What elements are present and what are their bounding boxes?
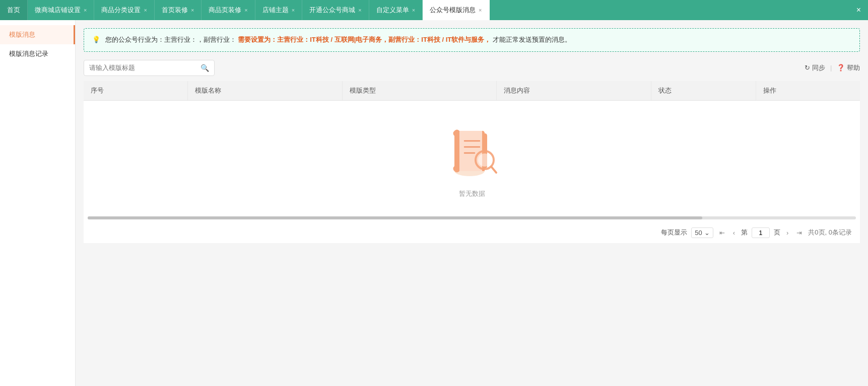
nav-tab-close-1[interactable]: × xyxy=(84,7,87,13)
nav-tab-5[interactable]: 店铺主题× xyxy=(255,0,302,20)
sidebar: 模版消息模版消息记录 xyxy=(0,20,76,386)
search-bar: 🔍 ↻ 同步 | ❓ 帮助 xyxy=(84,60,860,76)
empty-text: 暂无数据 xyxy=(459,189,485,198)
col-header-0: 序号 xyxy=(84,81,187,101)
close-all-button[interactable]: × xyxy=(849,6,868,15)
top-nav: 首页微商城店铺设置×商品分类设置×首页装修×商品页装修×店铺主题×开通公众号商城… xyxy=(0,0,868,20)
chevron-down-icon: ⌄ xyxy=(704,229,710,237)
next-page-button[interactable]: › xyxy=(784,228,790,238)
notice-highlight: 需要设置为：主营行业：IT科技 / 互联网|电子商务，副营行业：IT科技 / I… xyxy=(238,36,491,43)
prev-page-button[interactable]: ‹ xyxy=(731,228,737,238)
nav-tab-1[interactable]: 微商城店铺设置× xyxy=(28,0,94,20)
nav-tab-close-2[interactable]: × xyxy=(144,7,147,13)
content-area: 💡 您的公众号行业为：主营行业：，副营行业： 需要设置为：主营行业：IT科技 /… xyxy=(76,20,868,386)
notice-box: 💡 您的公众号行业为：主营行业：，副营行业： 需要设置为：主营行业：IT科技 /… xyxy=(84,28,860,52)
toolbar-divider: | xyxy=(830,64,832,71)
col-header-3: 消息内容 xyxy=(497,81,651,101)
nav-tab-close-7[interactable]: × xyxy=(412,7,415,13)
page-unit: 页 xyxy=(774,228,780,237)
nav-tab-close-8[interactable]: × xyxy=(479,7,482,13)
col-header-5: 操作 xyxy=(756,81,860,101)
col-header-4: 状态 xyxy=(651,81,756,101)
bulb-icon: 💡 xyxy=(92,36,100,43)
help-icon: ❓ xyxy=(837,64,845,71)
svg-line-6 xyxy=(491,167,496,173)
scrollbar-thumb[interactable] xyxy=(88,216,702,219)
first-page-button[interactable]: ⇤ xyxy=(717,228,727,238)
nav-tab-2[interactable]: 商品分类设置× xyxy=(94,0,154,20)
notice-suffix: 才能正常发送预置的消息。 xyxy=(493,36,571,43)
nav-tab-close-5[interactable]: × xyxy=(292,7,295,13)
search-icon[interactable]: 🔍 xyxy=(201,64,209,72)
notice-prefix: 您的公众号行业为：主营行业：，副营行业： xyxy=(105,36,236,43)
last-page-button[interactable]: ⇥ xyxy=(794,228,804,238)
nav-tab-close-4[interactable]: × xyxy=(244,7,247,13)
page-size-value: 50 xyxy=(695,229,702,237)
page-word: 第 xyxy=(741,228,748,237)
sync-icon: ↻ xyxy=(805,64,810,71)
nav-tab-3[interactable]: 首页装修× xyxy=(155,0,202,20)
data-table: 序号模版名称模版类型消息内容状态操作 xyxy=(84,81,860,101)
nav-tab-7[interactable]: 自定义菜单× xyxy=(369,0,423,20)
svg-point-5 xyxy=(478,153,491,167)
nav-tab-6[interactable]: 开通公众号商城× xyxy=(302,0,369,20)
toolbar-right: ↻ 同步 | ❓ 帮助 xyxy=(805,63,860,72)
page-size-label: 每页显示 xyxy=(661,228,687,237)
table-wrap: 序号模版名称模版类型消息内容状态操作 xyxy=(84,81,860,243)
nav-tab-close-3[interactable]: × xyxy=(191,7,194,13)
page-total: 共0页, 0条记录 xyxy=(808,228,852,237)
nav-tab-8[interactable]: 公众号模版消息× xyxy=(423,0,489,20)
search-input[interactable] xyxy=(89,64,201,71)
sidebar-item-1[interactable]: 模版消息记录 xyxy=(0,44,75,63)
empty-icon xyxy=(442,121,502,181)
nav-tab-4[interactable]: 商品页装修× xyxy=(202,0,255,20)
help-button[interactable]: ❓ 帮助 xyxy=(837,63,860,72)
sidebar-item-0[interactable]: 模版消息 xyxy=(0,25,75,44)
page-size-select[interactable]: 50 ⌄ xyxy=(691,227,713,238)
search-input-wrap[interactable]: 🔍 xyxy=(84,60,215,76)
col-header-2: 模版类型 xyxy=(342,81,497,101)
empty-state: 暂无数据 xyxy=(84,101,860,213)
sync-button[interactable]: ↻ 同步 xyxy=(805,63,825,72)
scrollbar-track[interactable] xyxy=(88,216,856,219)
nav-tab-0[interactable]: 首页 xyxy=(0,0,28,20)
nav-tab-close-6[interactable]: × xyxy=(358,7,361,13)
main-layout: 模版消息模版消息记录 💡 您的公众号行业为：主营行业：，副营行业： 需要设置为：… xyxy=(0,20,868,386)
page-number-input[interactable] xyxy=(752,227,770,238)
col-header-1: 模版名称 xyxy=(187,81,342,101)
scrollbar-row xyxy=(84,213,860,222)
pagination: 每页显示 50 ⌄ ⇤ ‹ 第 页 › ⇥ 共0页, 0条记录 xyxy=(84,222,860,243)
